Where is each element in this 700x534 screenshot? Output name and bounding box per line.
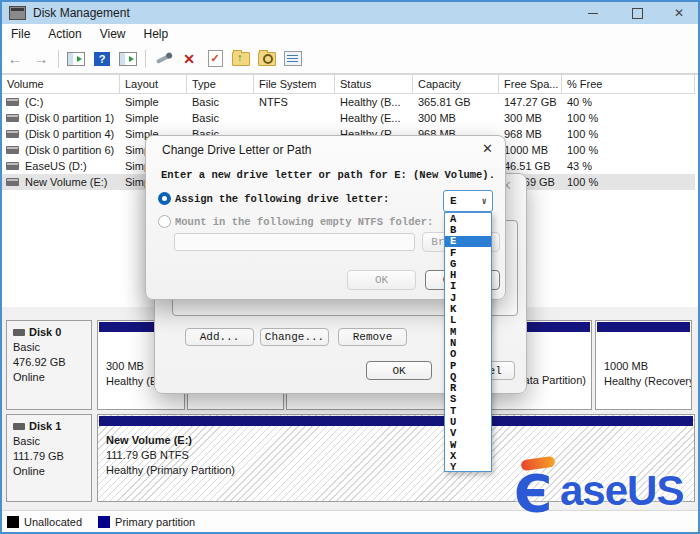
menu-view[interactable]: View [91,24,135,44]
console-tree-button[interactable] [64,48,88,70]
remove-button[interactable]: Remove [338,328,407,346]
mount-path-field[interactable] [174,233,415,251]
explore-button[interactable] [255,48,279,70]
dropdown-option[interactable]: F [445,247,491,258]
refresh-tool-button[interactable] [151,48,175,70]
table-row[interactable]: (C:) Simple Basic NTFS Healthy (B... 365… [2,94,695,110]
disk1-name: Disk 1 [29,419,61,434]
menu-file[interactable]: File [2,24,39,44]
volume-icon [6,178,19,186]
cell-freespace: 147.27 GB [499,94,562,110]
close-button[interactable]: ✕ [662,2,696,24]
mount-folder-radio[interactable] [158,215,171,228]
add-button[interactable]: Add... [185,328,254,346]
tool-icon [156,53,170,63]
action-pane-button[interactable] [116,48,140,70]
unallocated-legend-swatch [7,516,19,528]
dropdown-option[interactable]: N [445,337,491,348]
change-button[interactable]: Change... [260,328,329,346]
paths-ok-button[interactable]: OK [366,361,432,380]
dropdown-option[interactable]: G [445,258,491,269]
column-header-percentfree[interactable]: % Free [562,75,695,94]
table-row[interactable]: (Disk 0 partition 1) Simple Basic Health… [2,110,695,126]
ok-button[interactable]: OK [347,270,416,290]
column-header-status[interactable]: Status [335,75,413,94]
dropdown-option[interactable]: R [445,382,491,393]
volume-icon [6,162,19,170]
window-title: Disk Management [33,6,130,20]
mount-folder-label: Mount in the following empty NTFS folder… [175,216,433,228]
unallocated-legend-label: Unallocated [24,516,82,528]
cell-percentfree: 43 % [562,158,695,174]
forward-button[interactable]: → [29,48,53,70]
dropdown-option[interactable]: X [445,450,491,461]
dialog-title: Change Drive Letter or Path [162,143,311,157]
disk0-label[interactable]: Disk 0 Basic 476.92 GB Online [6,320,92,410]
disk0-partition-recovery2[interactable]: 1000 MB Healthy (Recovery Partition) [595,320,692,410]
properties-icon [284,51,302,66]
column-header-volume[interactable]: Volume [2,75,120,94]
help-icon: ? [94,52,110,66]
dropdown-option-selected[interactable]: E [445,236,491,247]
cell-freespace: 300 MB [499,110,562,126]
cell-percentfree: 100 % [562,174,695,190]
cell-freespace: 1000 MB [499,142,562,158]
column-header-layout[interactable]: Layout [120,75,187,94]
dropdown-option[interactable]: K [445,303,491,314]
chevron-down-icon: ∨ [482,196,487,207]
dropdown-option[interactable]: S [445,394,491,405]
back-button[interactable]: ← [3,48,27,70]
toolbar-separator [145,50,146,68]
cell-filesystem [254,110,335,126]
cell-capacity: 365.81 GB [413,94,499,110]
maximize-button[interactable] [620,2,654,24]
dropdown-option[interactable]: Q [445,371,491,382]
cell-filesystem: NTFS [254,94,335,110]
dropdown-option[interactable]: U [445,416,491,427]
check-disk-button[interactable]: ✓ [203,48,227,70]
dropdown-option[interactable]: Y [445,462,491,473]
menu-bar: File Action View Help [2,24,698,44]
dropdown-option[interactable]: A [445,213,491,224]
dropdown-option[interactable]: V [445,428,491,439]
easeus-e-icon: Є [514,458,560,510]
back-icon: ← [8,50,23,67]
dropdown-option[interactable]: I [445,281,491,292]
disk0-type: Basic [13,340,91,355]
dropdown-option[interactable]: P [445,360,491,371]
dropdown-option[interactable]: M [445,326,491,337]
menu-help[interactable]: Help [135,24,178,44]
properties-button[interactable] [281,48,305,70]
column-header-filesystem[interactable]: File System [254,75,335,94]
dropdown-option[interactable]: T [445,405,491,416]
dropdown-option[interactable]: J [445,292,491,303]
disk-management-window: Disk Management ✕ File Action View Help … [0,0,700,534]
dropdown-option[interactable]: B [445,224,491,235]
column-header-freespace[interactable]: Free Spa... [499,75,562,94]
dropdown-option[interactable]: H [445,269,491,280]
minimize-icon [588,13,598,14]
toolbar: ← → ? ✕ ✓ ↑ [2,44,698,74]
cell-volume: (C:) [20,94,120,110]
column-header-type[interactable]: Type [187,75,254,94]
delete-button[interactable]: ✕ [177,48,201,70]
menu-action[interactable]: Action [39,24,90,44]
cell-freespace: 968 MB [499,126,562,142]
dropdown-option[interactable]: W [445,439,491,450]
minimize-button[interactable] [576,2,610,24]
close-icon[interactable]: ✕ [482,141,493,156]
assign-letter-radio[interactable] [158,192,171,205]
partition-size: 111.79 GB NTFS [106,448,235,463]
primary-partition-legend-label: Primary partition [115,516,195,528]
dropdown-option[interactable]: O [445,349,491,360]
cell-volume: (Disk 0 partition 4) [20,126,120,142]
cell-type: Basic [187,94,254,110]
dialog-instruction: Enter a new drive letter or path for E: … [161,169,495,181]
drive-letter-combobox[interactable]: E ∨ [443,190,493,212]
column-header-capacity[interactable]: Capacity [413,75,499,94]
help-button[interactable]: ? [90,48,114,70]
cell-status: Healthy (E... [335,110,413,126]
extend-button[interactable]: ↑ [229,48,253,70]
dropdown-option[interactable]: L [445,315,491,326]
disk1-label[interactable]: Disk 1 Basic 111.79 GB Online [6,414,92,502]
